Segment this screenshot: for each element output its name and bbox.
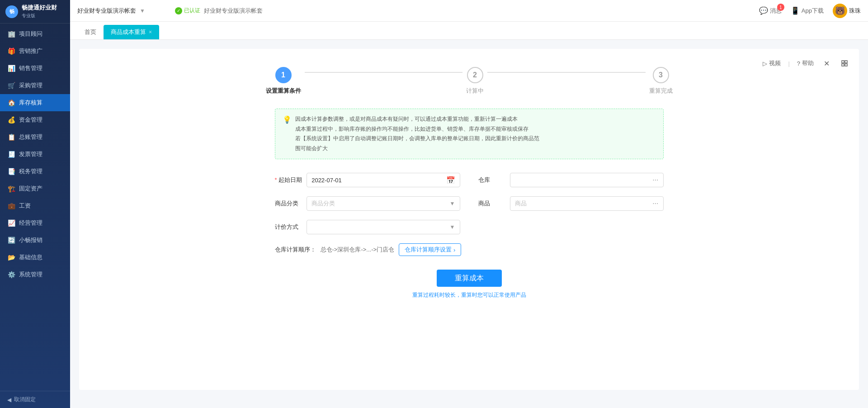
sidebar-item-ops[interactable]: 📈 经营管理 <box>0 214 70 232</box>
sidebar-item-marketing[interactable]: 🎁 营销推广 <box>0 43 70 60</box>
sidebar-item-project[interactable]: 🏢 项目顾问 <box>0 25 70 43</box>
main-area: 好业财专业版演示帐套 ▼ ✓ 已认证 好业财专业版演示帐套 💬 消息 1 📱 A… <box>70 0 868 408</box>
step-1-label: 设置重算条件 <box>266 87 301 95</box>
marketing-icon: 🎁 <box>7 47 15 55</box>
category-label: 商品分类 <box>275 199 302 208</box>
chevron-right-icon: › <box>453 247 455 253</box>
step-2: 2 计算中 <box>466 67 484 95</box>
svg-rect-1 <box>845 61 847 63</box>
sidebar-item-accounting[interactable]: 📋 总账管理 <box>0 128 70 146</box>
form-row-3: 计价方式 ▼ <box>275 220 664 234</box>
account-dropdown-arrow: ▼ <box>140 8 145 14</box>
company-name: 好业财专业版演示帐套 <box>204 7 263 15</box>
content-area: ▷ 视频 | ? 帮助 ✕ <box>70 40 868 408</box>
warehouse-label: 仓库 <box>478 176 505 184</box>
sidebar-nav: 🏢 项目顾问 🎁 营销推广 📊 销售管理 🛒 采购管理 🏠 库存核算 💰 资金管… <box>0 24 70 391</box>
step-3: 3 重算完成 <box>649 67 673 95</box>
action-area: 重算成本 重算过程耗时较长，重算时您可以正常使用产品 <box>275 270 664 299</box>
step-1: 1 设置重算条件 <box>266 67 301 95</box>
start-date-field: 起始日期 2022-07-01 📅 <box>275 173 460 187</box>
tab-cost-recalc[interactable]: 商品成本重算 × <box>104 25 159 39</box>
warehouse-field: 仓库 ··· <box>478 173 664 187</box>
price-method-field: 计价方式 ▼ <box>275 220 460 234</box>
sidebar-item-salary[interactable]: 💼 工资 <box>0 197 70 214</box>
finance-icon: 💰 <box>7 116 15 124</box>
verified-text: 已认证 <box>184 7 200 14</box>
info-text: 因成本计算参数调整，或是对商品成本有疑问时，可以通过成本重算功能，重新计算一遍成… <box>295 114 539 153</box>
step-indicator: 1 设置重算条件 2 计算中 3 <box>97 62 841 95</box>
step-line-2 <box>487 72 646 73</box>
unpin-icon: ◀ <box>7 397 11 403</box>
sidebar-item-base[interactable]: 📂 基础信息 <box>0 249 70 266</box>
sidebar-item-inventory[interactable]: 🏠 库存核算 <box>0 94 70 111</box>
price-method-select[interactable]: ▼ <box>307 220 460 234</box>
logo-text: 畅捷通好业财 专业版 <box>22 4 57 19</box>
verified-badge: ✓ <box>175 7 182 14</box>
message-icon: 💬 <box>759 6 768 15</box>
goods-field: 商品 商品 ··· <box>478 196 664 211</box>
info-box: 💡 因成本计算参数调整，或是对商品成本有疑问时，可以通过成本重算功能，重新计算一… <box>275 109 664 159</box>
warehouse-ellipsis-icon: ··· <box>652 176 658 184</box>
form-row-1: 起始日期 2022-07-01 📅 仓库 ··· <box>275 173 664 187</box>
mobile-icon: 📱 <box>791 6 800 15</box>
sidebar-item-finance[interactable]: 💰 资金管理 <box>0 111 70 128</box>
sidebar-item-tax[interactable]: 📑 税务管理 <box>0 163 70 180</box>
goods-ellipsis-icon: ··· <box>652 199 658 208</box>
tab-home[interactable]: 首页 <box>77 25 104 39</box>
project-icon: 🏢 <box>7 30 15 38</box>
calc-hint: 重算过程耗时较长，重算时您可以正常使用产品 <box>412 291 526 299</box>
form-section: 起始日期 2022-07-01 📅 仓库 ··· <box>275 173 664 299</box>
category-dropdown-icon: ▼ <box>450 200 455 207</box>
sidebar-item-expense[interactable]: 🔄 小畅报销 <box>0 232 70 249</box>
message-badge: 1 <box>777 4 784 11</box>
header-account[interactable]: 好业财专业版演示帐套 ▼ <box>77 7 168 15</box>
purchase-icon: 🛒 <box>7 81 15 90</box>
logo-icon: 畅 <box>5 5 18 18</box>
tab-close-icon[interactable]: × <box>149 29 152 35</box>
sidebar-item-sales[interactable]: 📊 销售管理 <box>0 60 70 77</box>
sales-icon: 📊 <box>7 64 15 72</box>
base-icon: 📂 <box>7 253 15 261</box>
sidebar: 畅 畅捷通好业财 专业版 🏢 项目顾问 🎁 营销推广 📊 销售管理 🛒 采购管理… <box>0 0 70 408</box>
goods-input[interactable]: 商品 ··· <box>510 196 664 211</box>
expense-icon: 🔄 <box>7 236 15 244</box>
accounting-icon: 📋 <box>7 133 15 141</box>
price-method-label: 计价方式 <box>275 223 302 231</box>
sidebar-logo: 畅 畅捷通好业财 专业版 <box>0 0 70 24</box>
price-method-dropdown-icon: ▼ <box>450 224 455 230</box>
sidebar-item-purchase[interactable]: 🛒 采购管理 <box>0 77 70 94</box>
ops-icon: 📈 <box>7 219 15 227</box>
svg-rect-0 <box>842 61 844 63</box>
header: 好业财专业版演示帐套 ▼ ✓ 已认证 好业财专业版演示帐套 💬 消息 1 📱 A… <box>70 0 868 22</box>
warehouse-order-value: 总仓->深圳仓库->...->门店仓 <box>321 246 395 254</box>
app-download-button[interactable]: 📱 App下载 <box>791 6 824 15</box>
sidebar-item-system[interactable]: ⚙️ 系统管理 <box>0 266 70 283</box>
salary-icon: 💼 <box>7 202 15 210</box>
recalculate-button[interactable]: 重算成本 <box>437 270 502 287</box>
message-button[interactable]: 💬 消息 1 <box>759 6 782 15</box>
goods-label: 商品 <box>478 199 505 208</box>
account-name: 好业财专业版演示帐套 <box>77 7 136 15</box>
asset-icon: 🏗️ <box>7 185 15 193</box>
sidebar-item-invoice[interactable]: 🧾 发票管理 <box>0 146 70 163</box>
header-verified: ✓ 已认证 好业财专业版演示帐套 <box>175 7 263 15</box>
warehouse-order-settings-button[interactable]: 仓库计算顺序设置 › <box>399 243 461 256</box>
avatar: 🐻 <box>833 4 847 18</box>
step-1-circle: 1 <box>275 67 292 83</box>
warehouse-order-row: 仓库计算顺序： 总仓->深圳仓库->...->门店仓 仓库计算顺序设置 › <box>275 243 664 256</box>
svg-rect-3 <box>845 64 847 66</box>
warehouse-input[interactable]: ··· <box>510 173 664 187</box>
start-date-input[interactable]: 2022-07-01 📅 <box>307 173 460 187</box>
category-select[interactable]: 商品分类 ▼ <box>307 196 460 211</box>
tab-bar: 首页 商品成本重算 × <box>70 22 868 40</box>
step-3-label: 重算完成 <box>649 87 673 95</box>
form-row-2: 商品分类 商品分类 ▼ 商品 商品 ··· <box>275 196 664 211</box>
sidebar-unpin[interactable]: ◀ 取消固定 <box>0 391 70 408</box>
invoice-icon: 🧾 <box>7 150 15 158</box>
user-profile[interactable]: 🐻 珠珠 <box>833 4 861 18</box>
info-icon: 💡 <box>283 115 292 124</box>
system-icon: ⚙️ <box>7 270 15 279</box>
sidebar-item-asset[interactable]: 🏗️ 固定资产 <box>0 180 70 197</box>
step-3-circle: 3 <box>653 67 669 83</box>
step-2-circle: 2 <box>467 67 483 83</box>
